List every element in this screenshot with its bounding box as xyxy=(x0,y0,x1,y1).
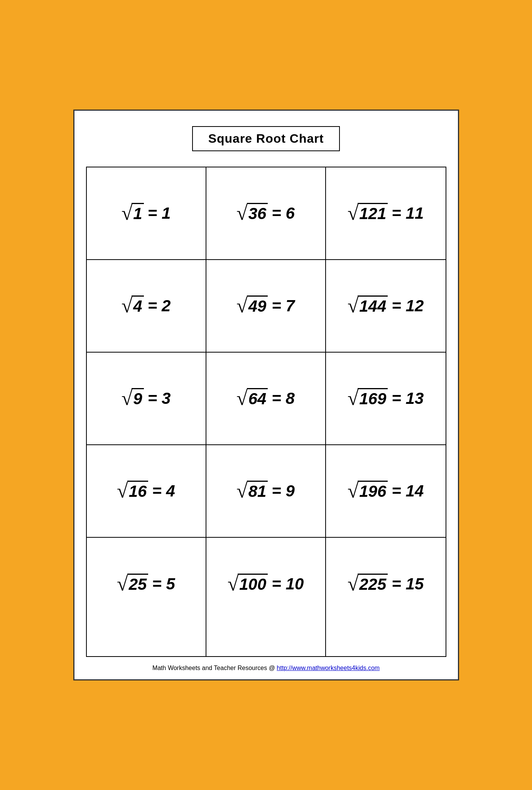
footer-link[interactable]: http://www.mathworksheets4kids.com xyxy=(277,665,380,671)
cell-3-1: √ 121 = 11 xyxy=(326,167,446,260)
radicand: 225 xyxy=(358,574,388,594)
sqrt-expr-2: √ 4 = 2 xyxy=(122,295,171,316)
sqrt-expr-10: √ 100 = 10 xyxy=(228,574,304,594)
result: = 15 xyxy=(392,575,424,593)
radical-sign: √ xyxy=(236,203,248,223)
cell-1-5: √ 25 = 5 xyxy=(87,538,206,630)
sqrt-expr-4: √ 16 = 4 xyxy=(117,481,175,501)
radical-sign: √ xyxy=(228,574,239,594)
cell-2-1: √ 36 = 6 xyxy=(206,167,325,260)
chart-title: Square Root Chart xyxy=(192,126,340,151)
sqrt-expr-8: √ 64 = 8 xyxy=(236,388,295,409)
result: = 3 xyxy=(148,389,171,408)
radicand: 100 xyxy=(238,574,268,594)
radical-sign: √ xyxy=(236,296,248,316)
column-1: √ 1 = 1 √ 4 = 2 √ 9 = 3 xyxy=(87,167,206,656)
result: = 6 xyxy=(272,204,295,223)
radicand: 16 xyxy=(127,481,149,501)
radicand: 169 xyxy=(358,388,388,409)
radicand: 49 xyxy=(247,295,268,316)
radicand: 121 xyxy=(358,203,388,223)
radicand: 25 xyxy=(127,574,149,594)
page-container: Square Root Chart √ 1 = 1 √ 4 = 2 xyxy=(73,110,459,680)
radical-sign: √ xyxy=(348,203,359,223)
result: = 5 xyxy=(152,575,175,593)
sqrt-expr-7: √ 49 = 7 xyxy=(236,295,295,316)
result: = 1 xyxy=(148,204,171,223)
cell-2-2: √ 49 = 7 xyxy=(206,260,325,353)
sqrt-expr-12: √ 144 = 12 xyxy=(348,295,424,316)
radicand: 196 xyxy=(358,481,388,501)
radical-sign: √ xyxy=(348,296,359,316)
cell-1-1: √ 1 = 1 xyxy=(87,167,206,260)
result: = 4 xyxy=(152,482,175,500)
result: = 12 xyxy=(392,297,424,315)
sqrt-grid: √ 1 = 1 √ 4 = 2 √ 9 = 3 xyxy=(86,167,446,657)
result: = 8 xyxy=(272,389,295,408)
radical-sign: √ xyxy=(122,296,133,316)
radical-sign: √ xyxy=(117,574,128,594)
sqrt-expr-6: √ 36 = 6 xyxy=(236,203,295,223)
result: = 10 xyxy=(272,575,304,593)
sqrt-expr-13: √ 169 = 13 xyxy=(348,388,424,409)
cell-2-4: √ 81 = 9 xyxy=(206,445,325,538)
radicand: 9 xyxy=(132,388,144,409)
radical-sign: √ xyxy=(348,481,359,501)
title-text: Square Root Chart xyxy=(208,132,324,145)
sqrt-expr-1: √ 1 = 1 xyxy=(122,203,171,223)
cell-1-3: √ 9 = 3 xyxy=(87,353,206,445)
result: = 2 xyxy=(148,297,171,315)
radicand: 36 xyxy=(247,203,268,223)
cell-1-4: √ 16 = 4 xyxy=(87,445,206,538)
cell-3-5: √ 225 = 15 xyxy=(326,538,446,630)
radical-sign: √ xyxy=(122,388,133,409)
radicand: 64 xyxy=(247,388,268,409)
sqrt-expr-5: √ 25 = 5 xyxy=(117,574,175,594)
sqrt-expr-9: √ 81 = 9 xyxy=(236,481,295,501)
result: = 11 xyxy=(392,204,424,223)
result: = 14 xyxy=(392,482,424,500)
radicand: 1 xyxy=(132,203,144,223)
radical-sign: √ xyxy=(236,481,248,501)
radical-sign: √ xyxy=(122,203,133,223)
radical-sign: √ xyxy=(236,388,248,409)
cell-3-2: √ 144 = 12 xyxy=(326,260,446,353)
radicand: 81 xyxy=(247,481,268,501)
sqrt-expr-15: √ 225 = 15 xyxy=(348,574,424,594)
cell-2-5: √ 100 = 10 xyxy=(206,538,325,630)
result: = 13 xyxy=(392,389,424,408)
footer: Math Worksheets and Teacher Resources @ … xyxy=(152,665,380,672)
column-2: √ 36 = 6 √ 49 = 7 √ 64 = 8 xyxy=(206,167,326,656)
column-3: √ 121 = 11 √ 144 = 12 √ 169 = 13 xyxy=(326,167,446,656)
radical-sign: √ xyxy=(117,481,128,501)
cell-2-3: √ 64 = 8 xyxy=(206,353,325,445)
radicand: 144 xyxy=(358,295,388,316)
sqrt-expr-11: √ 121 = 11 xyxy=(348,203,424,223)
result: = 7 xyxy=(272,297,295,315)
radicand: 4 xyxy=(132,295,144,316)
radical-sign: √ xyxy=(348,388,359,409)
cell-3-3: √ 169 = 13 xyxy=(326,353,446,445)
cell-1-2: √ 4 = 2 xyxy=(87,260,206,353)
footer-text: Math Worksheets and Teacher Resources @ xyxy=(152,665,277,671)
sqrt-expr-3: √ 9 = 3 xyxy=(122,388,171,409)
cell-3-4: √ 196 = 14 xyxy=(326,445,446,538)
sqrt-expr-14: √ 196 = 14 xyxy=(348,481,424,501)
result: = 9 xyxy=(272,482,295,500)
radical-sign: √ xyxy=(348,574,359,594)
